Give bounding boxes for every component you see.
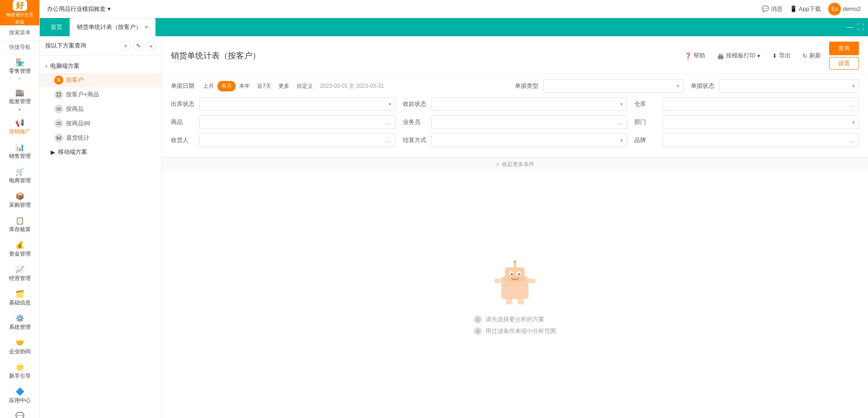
sidebar-item-newuser[interactable]: 🌟 新手引导: [0, 359, 39, 384]
print-button[interactable]: 🖨️ 按模板打印 ▾: [713, 50, 764, 62]
refresh-icon: ↻: [802, 52, 807, 59]
wechat-icon: 💬: [15, 412, 24, 418]
order-type-chevron: ▾: [677, 83, 679, 89]
left-panel-header: 按以下方案查询 + ✎ «: [40, 36, 161, 56]
marketing-icon: 📢: [15, 119, 24, 127]
tab-sales-stats[interactable]: 销货单统计表（按客户） ✕: [70, 18, 156, 36]
inventory-icon: 📋: [15, 216, 24, 225]
tab-close-icon[interactable]: ✕: [144, 24, 148, 30]
scheme-return-stats[interactable]: 退货统计: [40, 131, 161, 145]
mobile-expand-arrow: ▶: [51, 149, 55, 156]
sidebar-search-menu[interactable]: 搜索菜单: [0, 25, 39, 41]
mobile-group-header[interactable]: ▶ 移动端方案: [40, 145, 161, 159]
svg-rect-2: [57, 95, 58, 97]
salesperson-select[interactable]: …: [431, 115, 627, 129]
out-status-select[interactable]: ▾: [199, 97, 396, 111]
refresh-label: 刷新: [809, 52, 821, 60]
date-tab-more[interactable]: 更多: [275, 81, 293, 91]
goods99-scheme-icon: [54, 119, 63, 128]
collapse-panel-button[interactable]: «: [146, 41, 156, 51]
desktop-group-header[interactable]: ▾ 电脑端方案: [40, 59, 161, 73]
date-tab-last-7-days[interactable]: 近7天: [254, 81, 275, 91]
sidebar-item-retail[interactable]: 🏪 零售管理 ▾: [0, 54, 39, 85]
settlement-label: 结算方式: [403, 136, 428, 144]
tab-home[interactable]: 首页: [43, 18, 70, 36]
sidebar-inventory-label: 库存核算: [9, 226, 31, 233]
tab-minimize-icon[interactable]: —: [846, 23, 854, 31]
receive-status-select[interactable]: ▾: [431, 97, 627, 111]
scheme-by-goods[interactable]: 按商品: [40, 102, 161, 116]
newuser-icon: 🌟: [15, 363, 24, 371]
tab-bar-actions: — ⛶: [846, 23, 864, 31]
appcenter-icon: 🔷: [15, 387, 24, 396]
filter-row-2: 出库状态 ▾ 收款状态 ▾ 仓库: [171, 97, 859, 111]
app-download-button[interactable]: 📱 App下载: [790, 5, 821, 13]
industry-select[interactable]: 办公用品行业模拟账套 ▾: [47, 5, 111, 13]
add-scheme-button[interactable]: +: [121, 41, 131, 51]
scheme-by-goods-99[interactable]: 按商品99: [40, 116, 161, 131]
settlement-select[interactable]: ▾: [431, 133, 627, 147]
warehouse-select[interactable]: …: [663, 97, 859, 111]
date-tab-this-year[interactable]: 本年: [236, 81, 254, 91]
filter-area: 单据日期 上月 本月 本年 近7天 更多 自定义 2023-03-01 至 20…: [162, 74, 868, 157]
receiver-select[interactable]: …: [199, 133, 396, 147]
sidebar-quick-nav[interactable]: 快捷导航: [0, 41, 39, 54]
order-type-select[interactable]: ▾: [543, 79, 684, 93]
date-tab-last-month[interactable]: 上月: [199, 81, 217, 91]
goods-label: 商品: [171, 118, 196, 126]
tab-maximize-icon[interactable]: ⛶: [857, 23, 864, 31]
sidebar-item-operations[interactable]: 📈 经营管理: [0, 261, 39, 286]
scheme-by-customer-goods[interactable]: 按客户+商品: [40, 87, 161, 102]
scheme-by-customer[interactable]: 客 按客户: [40, 73, 161, 87]
sidebar-item-ecommerce[interactable]: 🛒 电商管理: [0, 164, 39, 188]
sidebar-item-system[interactable]: ⚙️ 系统管理: [0, 310, 39, 335]
help-button[interactable]: ❓ 帮助: [681, 50, 709, 62]
query-button[interactable]: 查询: [829, 42, 859, 55]
sidebar-item-purchase[interactable]: 📦 采购管理: [0, 188, 39, 213]
sidebar-item-wholesale[interactable]: 🏬 批发管理 ▴: [0, 85, 39, 115]
collapse-more-conditions[interactable]: ∧ 收起更多条件: [162, 157, 868, 171]
out-status-label: 出库状态: [171, 100, 196, 108]
goods-select[interactable]: …: [199, 115, 396, 129]
brand-more-icon: …: [849, 137, 855, 144]
desktop-expand-arrow: ▾: [45, 64, 47, 69]
edit-scheme-button[interactable]: ✎: [133, 41, 143, 51]
user-profile[interactable]: Ea demo2: [828, 3, 861, 15]
date-tab-this-month[interactable]: 本月: [217, 81, 236, 91]
order-status-label: 单据状态: [691, 82, 716, 90]
refresh-button[interactable]: ↻ 刷新: [799, 50, 825, 62]
scheme-by-customer-label: 按客户: [66, 76, 84, 84]
message-button[interactable]: 💬 消息: [762, 5, 783, 13]
date-tab-custom[interactable]: 自定义: [293, 81, 316, 91]
tab-bar: 首页 销货单统计表（按客户） ✕ — ⛶: [40, 18, 868, 36]
sidebar-item-basic[interactable]: 🗂️ 基础信息: [0, 286, 39, 310]
brand-label: 品牌: [634, 136, 659, 144]
sidebar-item-wechat[interactable]: 💬 企业微信: [0, 408, 39, 418]
sidebar-item-corp[interactable]: 🤝 企业协同: [0, 335, 39, 359]
brand-select[interactable]: …: [663, 133, 859, 147]
dept-select[interactable]: ▾: [663, 115, 859, 129]
help-icon: ❓: [684, 52, 692, 59]
order-status-select[interactable]: ▾: [719, 79, 859, 93]
svg-rect-22: [518, 298, 524, 304]
receive-status-label: 收款状态: [403, 100, 428, 108]
tab-sales-stats-label: 销货单统计表（按客户）: [77, 23, 142, 31]
right-content: 销货单统计表（按客户） ❓ 帮助 🖨️ 按模板打印 ▾ ⬇ 导出: [162, 36, 868, 418]
main-area: 办公用品行业模拟账套 ▾ 💬 消息 📱 App下载 Ea demo2 首页: [40, 0, 868, 418]
print-chevron: ▾: [757, 52, 760, 59]
date-label: 单据日期: [171, 82, 196, 90]
settings-button[interactable]: 设置: [829, 57, 859, 70]
receive-status-filter-item: 收款状态 ▾: [403, 97, 627, 111]
receiver-filter-item: 收货人 …: [171, 133, 396, 147]
goods-filter-item: 商品 …: [171, 115, 396, 129]
sidebar-item-marketing[interactable]: 📢 营销推广: [0, 115, 39, 139]
sidebar-item-appcenter[interactable]: 🔷 应用中心: [0, 384, 39, 408]
dept-filter-item: 部门 ▾: [634, 115, 859, 129]
export-button[interactable]: ⬇ 导出: [769, 50, 794, 62]
sidebar-item-finance[interactable]: 💰 资金管理: [0, 237, 39, 261]
sidebar-item-inventory[interactable]: 📋 库存核算: [0, 213, 39, 237]
svg-point-15: [511, 273, 513, 276]
sidebar-item-sales[interactable]: 📊 销售管理: [0, 139, 39, 164]
empty-tip-2-text: 用过滤条件来缩小分析范围: [486, 327, 556, 335]
sidebar-sales-label: 销售管理: [9, 152, 31, 160]
